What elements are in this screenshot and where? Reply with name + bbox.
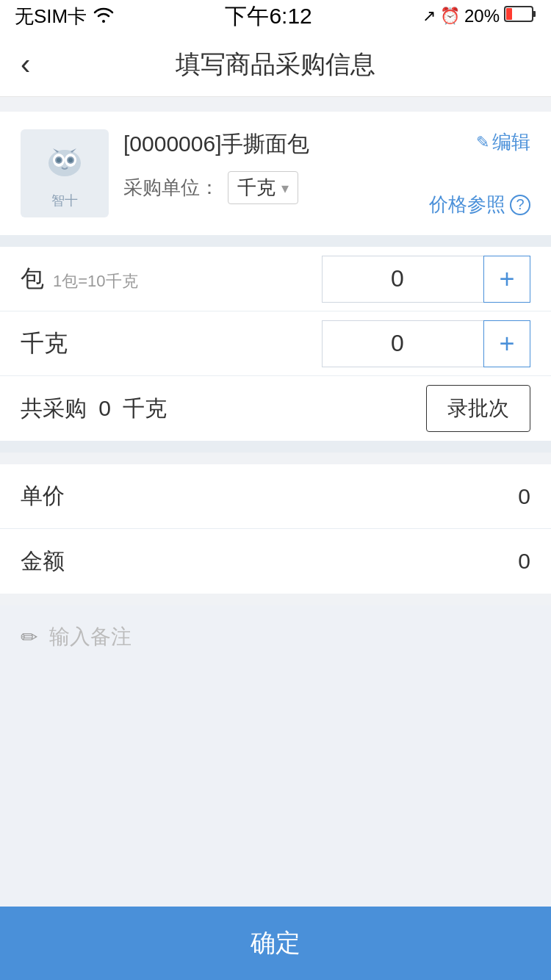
bag-input-control: + bbox=[322, 256, 530, 303]
bag-label-group: 包 1包=10千克 bbox=[21, 263, 138, 295]
edit-icon: ✎ bbox=[476, 133, 489, 152]
total-amount: 0 bbox=[98, 396, 111, 420]
unit-price-label: 单价 bbox=[21, 481, 65, 511]
kg-label-group: 千克 bbox=[21, 328, 138, 360]
svg-point-9 bbox=[68, 158, 73, 162]
unit-value: 千克 bbox=[237, 175, 276, 201]
brand-text: 智十 bbox=[51, 192, 78, 209]
confirm-button[interactable]: 确定 bbox=[0, 907, 551, 980]
notes-placeholder: 输入备注 bbox=[49, 623, 132, 651]
product-image: 智十 bbox=[21, 129, 109, 217]
battery-percent: 20% bbox=[464, 6, 500, 26]
unit-selector[interactable]: 千克 ▾ bbox=[228, 171, 298, 204]
bag-sub-label: 1包=10千克 bbox=[53, 270, 138, 292]
svg-rect-2 bbox=[506, 8, 512, 20]
product-card: 智十 [0000006]手撕面包 采购单位： 千克 ▾ ✎ 编辑 价格参照 ? bbox=[0, 112, 551, 235]
help-circle-icon: ? bbox=[510, 195, 530, 215]
bag-input-row: 包 1包=10千克 + bbox=[0, 247, 551, 311]
edit-label: 编辑 bbox=[492, 129, 530, 155]
unit-price-value: 0 bbox=[518, 484, 530, 509]
section-divider-2 bbox=[0, 441, 551, 453]
price-info-section: 单价 0 金额 0 bbox=[0, 464, 551, 594]
wifi-icon bbox=[93, 5, 115, 28]
status-right: ↗ ⏰ 20% bbox=[422, 6, 536, 26]
section-divider-1 bbox=[0, 235, 551, 247]
kg-label: 千克 bbox=[21, 328, 68, 360]
bag-label: 包 bbox=[21, 263, 44, 295]
amount-label: 金额 bbox=[21, 547, 65, 577]
back-button[interactable]: ‹ bbox=[21, 48, 30, 81]
unit-price-row: 单价 0 bbox=[0, 464, 551, 529]
status-bar: 无SIM卡 下午6:12 ↗ ⏰ 20% bbox=[0, 0, 551, 32]
unit-label: 采购单位： bbox=[123, 175, 219, 201]
status-time: 下午6:12 bbox=[225, 1, 311, 32]
amount-row: 金额 0 bbox=[0, 529, 551, 594]
confirm-label: 确定 bbox=[251, 926, 300, 960]
total-unit: 千克 bbox=[123, 396, 167, 420]
svg-rect-1 bbox=[533, 11, 536, 17]
chevron-down-icon: ▾ bbox=[281, 179, 289, 197]
price-ref-button[interactable]: 价格参照 ? bbox=[429, 192, 530, 217]
kg-plus-button[interactable]: + bbox=[483, 320, 530, 367]
kg-input-row: 千克 + bbox=[0, 311, 551, 376]
battery-icon bbox=[504, 6, 536, 26]
kg-input-control: + bbox=[322, 320, 530, 367]
svg-point-3 bbox=[48, 150, 81, 176]
bag-plus-button[interactable]: + bbox=[483, 256, 530, 303]
amount-value: 0 bbox=[518, 549, 530, 574]
nav-bar: ‹ 填写商品采购信息 bbox=[0, 32, 551, 97]
total-text: 共采购 0 千克 bbox=[21, 394, 167, 424]
pencil-icon: ✏ bbox=[21, 625, 37, 649]
bag-quantity-input[interactable] bbox=[322, 256, 483, 303]
carrier-text: 无SIM卡 bbox=[15, 4, 87, 29]
page-title: 填写商品采购信息 bbox=[176, 48, 375, 82]
product-name: [0000006]手撕面包 bbox=[123, 129, 530, 159]
batch-button[interactable]: 录批次 bbox=[426, 385, 530, 432]
owl-icon bbox=[43, 138, 87, 189]
svg-point-8 bbox=[57, 158, 61, 162]
status-left: 无SIM卡 bbox=[15, 4, 115, 29]
edit-button[interactable]: ✎ 编辑 bbox=[476, 129, 530, 155]
notes-section[interactable]: ✏ 输入备注 bbox=[0, 605, 551, 669]
total-row: 共采购 0 千克 录批次 bbox=[0, 376, 551, 441]
input-section: 包 1包=10千克 + 千克 + bbox=[0, 247, 551, 376]
total-prefix: 共采购 bbox=[21, 396, 87, 420]
price-ref-label: 价格参照 bbox=[429, 192, 505, 217]
location-icon: ↗ bbox=[422, 7, 436, 26]
alarm-icon: ⏰ bbox=[440, 7, 460, 26]
kg-quantity-input[interactable] bbox=[322, 320, 483, 367]
